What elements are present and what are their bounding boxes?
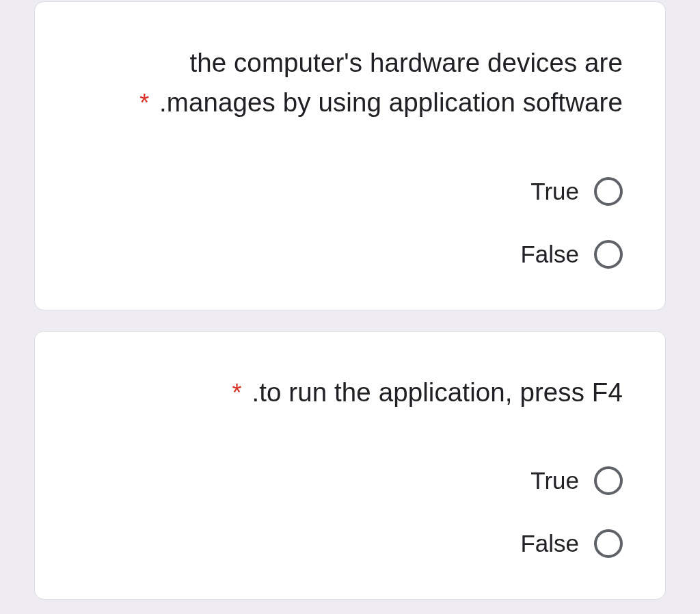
required-star-icon: * xyxy=(232,379,241,407)
radio-unchecked-icon xyxy=(594,240,623,269)
question-title-2: to run the application, press F4. * xyxy=(77,373,623,412)
question-text-2: to run the application, press F4. xyxy=(252,377,623,407)
question-card-1: the computer's hardware devices are mana… xyxy=(34,1,666,310)
question-card-2: to run the application, press F4. * True… xyxy=(34,331,666,600)
radio-unchecked-icon xyxy=(594,466,623,495)
question-2-options: True False xyxy=(77,466,623,558)
option-true-q1[interactable]: True xyxy=(530,177,623,206)
option-label: False xyxy=(520,530,579,557)
option-false-q1[interactable]: False xyxy=(520,240,623,269)
option-label: True xyxy=(530,178,579,205)
option-true-q2[interactable]: True xyxy=(530,466,623,495)
question-title-1: the computer's hardware devices are mana… xyxy=(77,43,623,122)
option-false-q2[interactable]: False xyxy=(520,529,623,558)
required-star-icon: * xyxy=(139,89,149,117)
option-label: True xyxy=(530,467,579,494)
radio-unchecked-icon xyxy=(594,529,623,558)
radio-unchecked-icon xyxy=(594,177,623,206)
question-text-1: the computer's hardware devices are mana… xyxy=(159,48,623,117)
option-label: False xyxy=(520,241,579,268)
question-1-options: True False xyxy=(77,177,623,269)
